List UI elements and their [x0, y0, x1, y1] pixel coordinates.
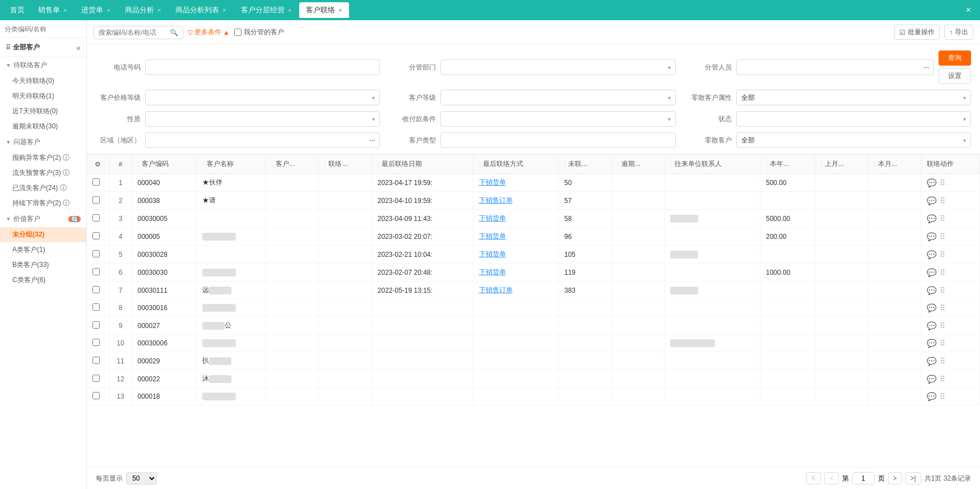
chat-action-icon[interactable]: 💬 — [927, 178, 936, 187]
filter-price-level-select[interactable]: ▾ — [145, 90, 380, 105]
nav-home[interactable]: 首页 — [4, 5, 30, 15]
export-button[interactable]: ↑ 导出 — [944, 25, 973, 40]
row-checkbox[interactable] — [92, 178, 100, 186]
tab-close-icon[interactable]: × — [288, 7, 291, 13]
contact-way-link[interactable]: 下销货单 — [479, 268, 506, 276]
row-checkbox[interactable] — [92, 196, 100, 204]
sidebar-search-input[interactable] — [4, 25, 87, 33]
nav-tab-客户联络[interactable]: 客户联络× — [299, 2, 349, 18]
row-checkbox[interactable] — [92, 250, 100, 257]
row-checkbox[interactable] — [92, 232, 100, 239]
sidebar-item[interactable]: 明天待联络(1) — [0, 89, 86, 104]
sidebar-item[interactable]: 未分组(32) — [0, 227, 86, 242]
chat-action-icon[interactable]: 💬 — [927, 303, 936, 312]
collapse-sidebar-icon[interactable]: « — [76, 43, 81, 52]
filter-retail-customer-select[interactable]: 全部▾ — [736, 132, 971, 148]
sidebar-item[interactable]: 流失预警客户(3) ⓘ — [0, 165, 86, 181]
col-header-settings[interactable]: ⚙ — [87, 155, 109, 174]
sidebar-item[interactable]: A类客户(1) — [0, 242, 86, 257]
filter-dept-select[interactable]: ▾ — [440, 59, 675, 75]
filter-nature-select[interactable]: ▾ — [145, 111, 380, 127]
grid-action-icon[interactable]: ⠿ — [940, 232, 945, 241]
per-page-select[interactable]: 50 100 200 — [126, 472, 157, 485]
row-checkbox[interactable] — [92, 286, 100, 293]
chat-action-icon[interactable]: 💬 — [927, 339, 936, 348]
sidebar-item[interactable]: 逾期未联络(30) — [0, 119, 86, 134]
contact-way-link[interactable]: 下销货单 — [479, 250, 506, 258]
sidebar-group-header[interactable]: ▼待联络客户 — [0, 57, 86, 73]
row-checkbox[interactable] — [92, 268, 100, 275]
filter-customer-level-select[interactable]: ▾ — [440, 90, 675, 105]
first-page-button[interactable]: K — [806, 472, 821, 485]
nav-tab-商品分析[interactable]: 商品分析× — [118, 2, 168, 18]
nav-tab-客户分层经营[interactable]: 客户分层经营× — [234, 2, 298, 18]
nav-tab-进货单[interactable]: 进货单× — [75, 2, 117, 18]
filter-search-icon[interactable]: 🔍 — [170, 29, 178, 36]
sidebar-item[interactable]: 已流失客户(24) ⓘ — [0, 181, 86, 196]
tab-close-icon[interactable]: × — [222, 7, 226, 13]
chat-action-icon[interactable]: 💬 — [927, 375, 936, 384]
next-page-button[interactable]: > — [888, 472, 902, 485]
chat-action-icon[interactable]: 💬 — [927, 392, 936, 401]
filter-manager-input[interactable]: ··· — [736, 59, 934, 75]
sidebar-item[interactable]: C类客户(6) — [0, 273, 86, 288]
filter-customer-type-select[interactable] — [440, 132, 675, 148]
contact-way-link[interactable]: 下销货单 — [479, 178, 506, 186]
grid-action-icon[interactable]: ⠿ — [940, 375, 945, 384]
sidebar-item[interactable]: 近7天待联络(0) — [0, 104, 86, 119]
row-checkbox[interactable] — [92, 392, 100, 399]
grid-action-icon[interactable]: ⠿ — [940, 339, 945, 348]
row-checkbox[interactable] — [92, 339, 100, 346]
contact-way-link[interactable]: 下销货单 — [479, 232, 506, 240]
chat-action-icon[interactable]: 💬 — [927, 232, 936, 241]
filter-payment-select[interactable]: ▾ — [440, 111, 675, 127]
sidebar-all-customers[interactable]: ⠿ 全部客户 « — [0, 38, 86, 57]
row-checkbox[interactable] — [92, 321, 100, 329]
grid-action-icon[interactable]: ⠿ — [940, 178, 945, 187]
prev-page-button[interactable]: < — [824, 472, 838, 485]
chat-action-icon[interactable]: 💬 — [927, 357, 936, 366]
grid-action-icon[interactable]: ⠿ — [940, 357, 945, 366]
chat-action-icon[interactable]: 💬 — [927, 268, 936, 277]
sidebar-item[interactable]: B类客户(33) — [0, 257, 86, 273]
chat-action-icon[interactable]: 💬 — [927, 286, 936, 295]
contact-way-link[interactable]: 下销售订单 — [479, 286, 513, 294]
more-conditions-btn[interactable]: ▽ 更多条件 ▲ — [188, 27, 230, 37]
tab-close-icon[interactable]: × — [157, 7, 161, 13]
contact-way-link[interactable]: 下销售订单 — [479, 196, 513, 204]
tab-close-icon[interactable]: × — [63, 7, 67, 13]
filter-phone-input[interactable] — [145, 59, 380, 75]
contact-way-link[interactable]: 下销货单 — [479, 214, 506, 222]
grid-action-icon[interactable]: ⠿ — [940, 196, 945, 205]
nav-tab-销售单[interactable]: 销售单× — [31, 2, 73, 18]
row-checkbox[interactable] — [92, 357, 100, 364]
chat-action-icon[interactable]: 💬 — [927, 196, 936, 205]
grid-action-icon[interactable]: ⠿ — [940, 321, 945, 330]
grid-action-icon[interactable]: ⠿ — [940, 303, 945, 312]
sidebar-item[interactable]: 今天待联络(0) — [0, 73, 86, 89]
chat-action-icon[interactable]: 💬 — [927, 250, 936, 259]
my-customers-checkbox[interactable] — [234, 29, 241, 36]
last-page-button[interactable]: >| — [905, 472, 921, 485]
grid-action-icon[interactable]: ⠿ — [940, 214, 945, 223]
grid-action-icon[interactable]: ⠿ — [940, 286, 945, 295]
row-checkbox[interactable] — [92, 375, 100, 382]
row-checkbox[interactable] — [92, 214, 100, 222]
tab-close-icon[interactable]: × — [106, 7, 110, 13]
chat-action-icon[interactable]: 💬 — [927, 214, 936, 223]
filter-region-input[interactable]: ··· — [145, 132, 380, 148]
sidebar-item[interactable]: 囤购异常客户(2) ⓘ — [0, 150, 86, 165]
row-checkbox[interactable] — [92, 303, 100, 311]
tab-close-icon[interactable]: × — [338, 7, 342, 13]
grid-action-icon[interactable]: ⠿ — [940, 268, 945, 277]
chat-action-icon[interactable]: 💬 — [927, 321, 936, 330]
grid-action-icon[interactable]: ⠿ — [940, 250, 945, 259]
grid-action-icon[interactable]: ⠿ — [940, 392, 945, 401]
reset-button[interactable]: 设置 — [939, 68, 971, 84]
sidebar-item[interactable]: 持续下滑客户(2) ⓘ — [0, 196, 86, 211]
filter-retail-attr-select[interactable]: 全部▾ — [736, 90, 971, 105]
filter-search-input[interactable] — [99, 29, 168, 36]
page-number-input[interactable] — [852, 472, 875, 485]
nav-tab-商品分析列表[interactable]: 商品分析列表× — [169, 2, 233, 18]
sidebar-group-header[interactable]: ▼价值客户🔄 — [0, 211, 86, 227]
